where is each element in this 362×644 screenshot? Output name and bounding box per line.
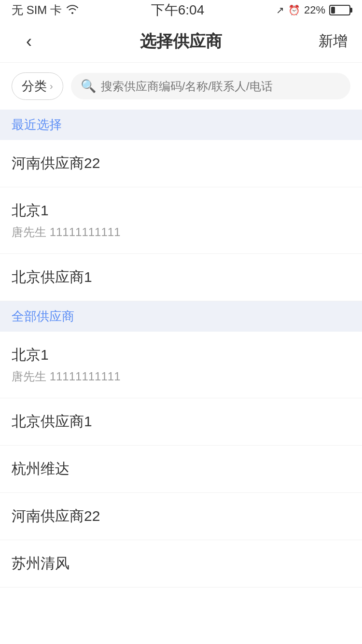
back-button[interactable]: ‹ [14, 27, 43, 56]
battery-percent: 22% [304, 4, 325, 16]
list-item[interactable]: 北京1唐先生 11111111111 [0, 332, 362, 398]
section-header-all: 全部供应商 [0, 301, 362, 332]
alarm-icon: ⏰ [288, 4, 300, 16]
list-item[interactable]: 苏州清风 [0, 540, 362, 588]
list-item[interactable]: 北京供应商1 [0, 254, 362, 301]
sections-container: 最近选择河南供应商22北京1唐先生 11111111111北京供应商1全部供应商… [0, 110, 362, 588]
status-time: 下午6:04 [151, 1, 205, 19]
item-sub: 唐先生 11111111111 [12, 224, 350, 240]
search-box: 🔍 [71, 73, 350, 99]
section-header-recent: 最近选择 [0, 110, 362, 140]
nav-bar: ‹ 选择供应商 新增 [0, 20, 362, 63]
list-item[interactable]: 河南供应商22 [0, 140, 362, 187]
item-name: 杭州维达 [12, 459, 350, 479]
list-item[interactable]: 杭州维达 [0, 446, 362, 493]
list-item[interactable]: 北京供应商1 [0, 398, 362, 446]
battery-fill [331, 7, 335, 14]
item-sub: 唐先生 11111111111 [12, 369, 350, 384]
item-name: 苏州清风 [12, 554, 350, 574]
item-name: 北京1 [12, 201, 350, 221]
item-name: 北京1 [12, 345, 350, 365]
list-item[interactable]: 北京1唐先生 11111111111 [0, 187, 362, 254]
status-left: 无 SIM 卡 [12, 2, 79, 18]
add-button[interactable]: 新增 [319, 31, 348, 51]
battery-icon [329, 5, 350, 15]
wifi-icon [66, 3, 79, 17]
category-arrow-icon: › [50, 81, 53, 92]
category-button[interactable]: 分类 › [12, 72, 63, 100]
status-right: ↗ ⏰ 22% [276, 4, 350, 16]
item-name: 北京供应商1 [12, 267, 350, 287]
list-item[interactable]: 河南供应商22 [0, 493, 362, 540]
page-title: 选择供应商 [140, 30, 222, 53]
status-bar: 无 SIM 卡 下午6:04 ↗ ⏰ 22% [0, 0, 362, 20]
item-name: 河南供应商22 [12, 506, 350, 526]
location-icon: ↗ [276, 4, 284, 16]
search-icon: 🔍 [81, 79, 96, 94]
sim-label: 无 SIM 卡 [12, 2, 62, 18]
category-label: 分类 [22, 78, 47, 95]
filter-bar: 分类 › 🔍 [0, 63, 362, 110]
search-input[interactable] [101, 80, 341, 93]
item-name: 北京供应商1 [12, 412, 350, 432]
item-name: 河南供应商22 [12, 154, 350, 173]
